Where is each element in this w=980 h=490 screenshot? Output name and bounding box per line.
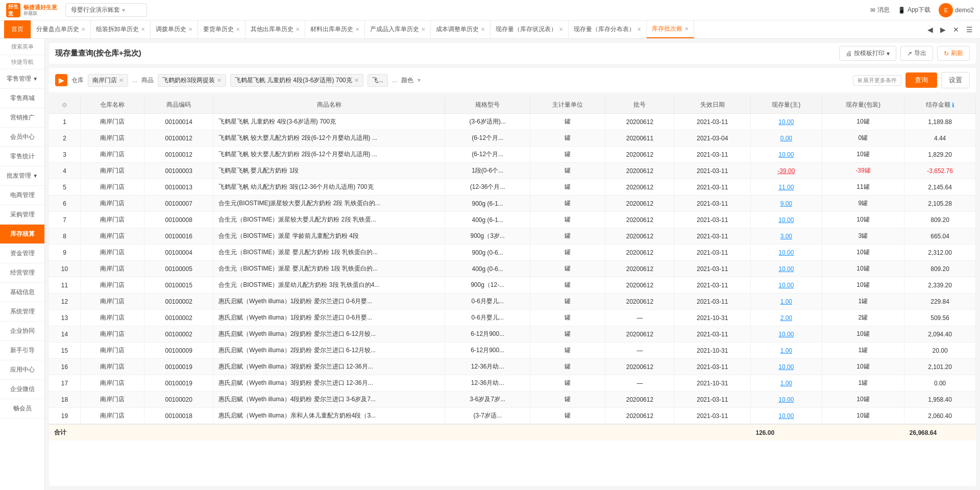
sidebar-item-new-guide[interactable]: 新手引导 — [0, 341, 44, 360]
warehouse-filter-tag[interactable]: 南岸门店 ✕ — [88, 74, 128, 87]
tab-stock-status[interactable]: 现存量（库存状况表） ✕ — [491, 20, 569, 38]
tab-close-icon[interactable]: ✕ — [81, 27, 85, 32]
message-btn[interactable]: ✉ 消息 — [870, 6, 890, 14]
sidebar-item-marketing[interactable]: 营销推广 — [0, 108, 44, 128]
sidebar-item-business-mgmt[interactable]: 经营管理 — [0, 263, 44, 283]
sidebar-item-retail-stats[interactable]: 零售统计 — [0, 147, 44, 166]
tab-home[interactable]: 首页 — [4, 20, 31, 38]
tab-close-icon[interactable]: ✕ — [637, 27, 641, 32]
tab-other-out[interactable]: 其他出库单历史 ✕ — [246, 20, 305, 38]
sidebar-item-member-benefits[interactable]: 畅会员 — [0, 399, 44, 419]
cell-spec: (6-12个月... — [445, 130, 530, 146]
th-name: 商品名称 — [213, 96, 445, 114]
cell-stock-main[interactable]: 3.00 — [750, 228, 822, 244]
product-remove-icon[interactable]: ✕ — [217, 77, 222, 84]
user-avatar-btn[interactable]: E demo2 — [939, 3, 974, 17]
th-settings[interactable]: ⚙ — [49, 96, 80, 114]
tab-label: 现存量（库存状况表） — [496, 25, 557, 34]
tab-product-in[interactable]: 产成品入库单历史 ✕ — [365, 20, 431, 38]
cell-stock-main[interactable]: 1.00 — [750, 293, 822, 310]
cell-stock-main[interactable]: 9.00 — [750, 195, 822, 212]
th-stock-main: 现存量(主) — [750, 96, 822, 114]
cell-stock-main[interactable]: 10.00 — [750, 261, 822, 277]
sidebar-item-ecommerce-mgmt[interactable]: 电商管理 — [0, 186, 44, 205]
tab-stock-dist[interactable]: 现存量（库存分布表） ✕ — [569, 20, 647, 38]
nav-more-icon[interactable]: ☰ — [963, 24, 976, 35]
tab-close-icon[interactable]: ✕ — [559, 27, 563, 32]
cell-stock-main[interactable]: 0.00 — [750, 130, 822, 146]
cell-stock-main[interactable]: 11.00 — [750, 179, 822, 195]
product-filter-tag-2[interactable]: 飞鹤星飞帆 儿童奶粉 4段(3-6岁适用) 700克 ✕ — [230, 74, 363, 87]
product-remove-icon[interactable]: ✕ — [354, 77, 359, 84]
sidebar-item-retail-mgmt[interactable]: 零售管理 ▼ — [0, 69, 44, 89]
cell-stock-main[interactable]: 10.00 — [750, 244, 822, 261]
cell-spec: 12-36月幼... — [445, 359, 530, 375]
sidebar-item-enterprise-wechat[interactable]: 企业微信 — [0, 380, 44, 399]
product-filter-tag-3[interactable]: 飞... — [368, 74, 388, 87]
nav-next-icon[interactable]: ▶ — [937, 24, 949, 35]
tab-close-icon[interactable]: ✕ — [141, 27, 145, 32]
cell-stock-main[interactable]: 10.00 — [750, 391, 822, 408]
sidebar-item-system-mgmt[interactable]: 系统管理 — [0, 302, 44, 322]
cell-stock-main[interactable]: -39.00 — [750, 163, 822, 179]
nav-prev-icon[interactable]: ◀ — [924, 24, 936, 35]
cell-stock-main[interactable]: 10.00 — [750, 326, 822, 342]
cell-stock-main[interactable]: 2.00 — [750, 310, 822, 326]
cell-balance: 2,145.64 — [904, 179, 976, 195]
tab-close-icon[interactable]: ✕ — [421, 27, 425, 32]
sidebar-item-enterprise-collab[interactable]: 企业协同 — [0, 322, 44, 341]
sidebar-item-wholesale-mgmt[interactable]: 批发管理 ▼ — [0, 166, 44, 186]
cell-stock-main[interactable]: 10.00 — [750, 277, 822, 293]
sidebar-item-purchase-mgmt[interactable]: 采购管理 — [0, 205, 44, 225]
tab-close-icon[interactable]: ✕ — [481, 27, 485, 32]
cell-name: 惠氏启赋（Wyeth illuma）2段奶粉 爱尔兰进口 6-12月较... — [213, 326, 445, 342]
cell-unit: 罐 — [530, 391, 605, 408]
sidebar-item-quick-nav[interactable]: 快捷导航 — [0, 55, 44, 69]
sidebar-item-stock-check[interactable]: 库存核算 — [0, 225, 44, 244]
cell-stock-main[interactable]: 10.00 — [750, 408, 822, 425]
tab-cost-adjust[interactable]: 成本调整单历史 ✕ — [431, 20, 491, 38]
cell-no: 1 — [49, 114, 80, 130]
tab-close-icon[interactable]: ✕ — [355, 27, 359, 32]
filter-more-dots[interactable]: ... — [132, 77, 137, 84]
query-button[interactable]: 查询 — [905, 72, 937, 88]
cell-stock-main[interactable]: 10.00 — [750, 146, 822, 163]
sidebar-item-member-center[interactable]: 会员中心 — [0, 128, 44, 147]
cell-no: 9 — [49, 244, 80, 261]
refresh-button[interactable]: ↻ 刷新 — [937, 46, 970, 61]
tab-close-icon[interactable]: ✕ — [188, 27, 192, 32]
product-filter-tag-1[interactable]: 飞鹤奶粉3段两提装 ✕ — [158, 74, 226, 87]
tab-close-icon[interactable]: ✕ — [236, 27, 240, 32]
tab-close-icon[interactable]: ✕ — [684, 26, 689, 32]
sidebar-item-basic-info[interactable]: 基础信息 — [0, 283, 44, 302]
tab-batch-voucher[interactable]: 库存批次账 ✕ — [647, 20, 694, 38]
color-chevron-icon[interactable]: ▾ — [418, 77, 421, 84]
cell-warehouse: 南岸门店 — [80, 293, 144, 310]
print-button[interactable]: 🖨 按模板打印 ▾ — [839, 46, 896, 61]
tab-close-icon[interactable]: ✕ — [296, 27, 300, 32]
sidebar-item-app-center[interactable]: 应用中心 — [0, 360, 44, 380]
top-right-actions: ✉ 消息 📱 App下载 E demo2 — [870, 3, 974, 17]
filter-toggle-btn[interactable]: ▶ — [55, 74, 67, 86]
cell-stock-main[interactable]: 1.00 — [750, 342, 822, 359]
cell-stock-main[interactable]: 10.00 — [750, 359, 822, 375]
cell-stock-main[interactable]: 10.00 — [750, 114, 822, 130]
settings-button[interactable]: 设置 — [941, 72, 970, 88]
app-download-btn[interactable]: 📱 App下载 — [898, 6, 930, 14]
sidebar-item-search[interactable]: 搜索英单 — [0, 39, 44, 55]
tab-require[interactable]: 要货单历史 ✕ — [198, 20, 246, 38]
cell-stock-main[interactable]: 1.00 — [750, 375, 822, 391]
tab-disassemble[interactable]: 组装拆卸单历史 ✕ — [91, 20, 151, 38]
export-button[interactable]: ↗ 导出 — [900, 46, 933, 61]
industry-select[interactable]: 母婴行业演示账套 ▾ — [65, 3, 147, 17]
sidebar-item-finance-mgmt[interactable]: 资金管理 — [0, 244, 44, 263]
sidebar-item-retail-store[interactable]: 零售商城 — [0, 89, 44, 108]
tab-split-count[interactable]: 分量盘点单历史 ✕ — [31, 20, 91, 38]
warehouse-remove-icon[interactable]: ✕ — [119, 77, 124, 84]
tab-material-out[interactable]: 材料出库单历史 ✕ — [305, 20, 365, 38]
product-more-dots[interactable]: ... — [392, 77, 397, 84]
expand-more-btn[interactable]: ⊞ 展开更多条件 — [853, 75, 901, 86]
nav-close-icon[interactable]: ✕ — [950, 24, 962, 35]
tab-mix[interactable]: 调拨单历史 ✕ — [151, 20, 198, 38]
cell-stock-main[interactable]: 10.00 — [750, 212, 822, 228]
